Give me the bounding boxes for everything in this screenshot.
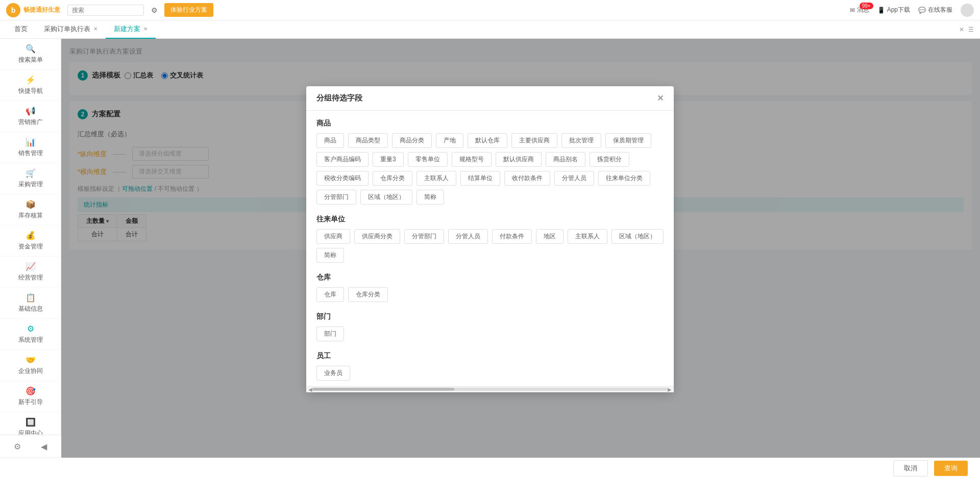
field-tag[interactable]: 产地	[436, 133, 463, 148]
field-select-modal: 分组待选字段 ✕ 商品 商品 商品类型 商品分类 产地 默认仓库 主要供应商 批…	[306, 86, 674, 392]
field-tag[interactable]: 商品分类	[392, 133, 432, 148]
field-tag[interactable]: 结算单位	[460, 171, 500, 186]
hscroll-thumb	[312, 388, 454, 391]
confirm-button[interactable]: 查询	[934, 461, 968, 476]
section-dept: 部门 部门	[316, 312, 664, 341]
section-warehouse: 仓库 仓库 仓库分类	[316, 273, 664, 302]
field-tag[interactable]: 商品	[316, 133, 344, 148]
section-product: 商品 商品 商品类型 商品分类 产地 默认仓库 主要供应商 批次管理 保质期管理…	[316, 119, 664, 205]
field-tag[interactable]: 重量3	[373, 152, 404, 167]
field-tag[interactable]: 仓库分类	[348, 287, 388, 302]
modal-body: 商品 商品 商品类型 商品分类 产地 默认仓库 主要供应商 批次管理 保质期管理…	[306, 111, 674, 386]
hscroll-right[interactable]: ▶	[668, 387, 672, 392]
bottom-bar: 取消 查询	[0, 458, 980, 478]
modal-close-button[interactable]: ✕	[657, 93, 664, 103]
field-tag[interactable]: 保质期管理	[605, 133, 651, 148]
section-product-tags: 商品 商品类型 商品分类 产地 默认仓库 主要供应商 批次管理 保质期管理 客户…	[316, 133, 664, 205]
field-tag[interactable]: 供应商分类	[354, 229, 400, 244]
cancel-button[interactable]: 取消	[893, 460, 928, 476]
field-tag[interactable]: 业务员	[316, 366, 350, 381]
section-warehouse-title: 仓库	[316, 273, 664, 282]
field-tag[interactable]: 默认仓库	[468, 133, 507, 148]
field-tag[interactable]: 客户商品编码	[316, 152, 369, 167]
field-tag[interactable]: 分管人员	[448, 229, 488, 244]
field-tag[interactable]: 默认供应商	[496, 152, 542, 167]
field-tag[interactable]: 分管部门	[404, 229, 444, 244]
field-tag[interactable]: 供应商	[316, 229, 350, 244]
field-tag[interactable]: 商品类型	[348, 133, 388, 148]
field-tag[interactable]: 主联系人	[568, 229, 607, 244]
field-tag[interactable]: 部门	[316, 326, 344, 341]
field-tag[interactable]: 零售单位	[408, 152, 448, 167]
section-partner-title: 往来单位	[316, 215, 664, 224]
field-tag[interactable]: 简称	[316, 248, 344, 263]
field-tag[interactable]: 区域（地区）	[611, 229, 664, 244]
modal-horizontal-scrollbar[interactable]: ◀ ▶	[306, 386, 674, 392]
field-tag[interactable]: 往来单位分类	[598, 171, 650, 186]
field-tag[interactable]: 规格型号	[452, 152, 492, 167]
section-partner-tags: 供应商 供应商分类 分管部门 分管人员 付款条件 地区 主联系人 区域（地区） …	[316, 229, 664, 263]
section-employee: 员工 业务员	[316, 351, 664, 381]
field-tag[interactable]: 仓库分类	[373, 171, 412, 186]
section-dept-tags: 部门	[316, 326, 664, 341]
field-tag[interactable]: 分管人员	[554, 171, 594, 186]
section-employee-title: 员工	[316, 351, 664, 361]
field-tag[interactable]: 地区	[536, 229, 564, 244]
field-tag[interactable]: 主联系人	[416, 171, 456, 186]
field-tag[interactable]: 仓库	[316, 287, 344, 302]
modal-overlay: 分组待选字段 ✕ 商品 商品 商品类型 商品分类 产地 默认仓库 主要供应商 批…	[0, 0, 980, 478]
field-tag[interactable]: 主要供应商	[511, 133, 557, 148]
section-product-title: 商品	[316, 119, 664, 128]
field-tag[interactable]: 简称	[416, 190, 444, 205]
section-partner: 往来单位 供应商 供应商分类 分管部门 分管人员 付款条件 地区 主联系人 区域…	[316, 215, 664, 263]
field-tag[interactable]: 区域（地区）	[360, 190, 412, 205]
field-tag[interactable]: 拣货积分	[590, 152, 629, 167]
field-tag[interactable]: 付款条件	[492, 229, 532, 244]
section-dept-title: 部门	[316, 312, 664, 321]
modal-header: 分组待选字段 ✕	[306, 86, 674, 111]
field-tag[interactable]: 税收分类编码	[316, 171, 369, 186]
field-tag[interactable]: 商品别名	[546, 152, 585, 167]
hscroll-track	[312, 388, 668, 391]
modal-title: 分组待选字段	[316, 93, 362, 103]
hscroll-left[interactable]: ◀	[308, 387, 312, 392]
field-tag[interactable]: 分管部门	[316, 190, 356, 205]
section-employee-tags: 业务员	[316, 366, 664, 381]
field-tag[interactable]: 批次管理	[561, 133, 601, 148]
section-warehouse-tags: 仓库 仓库分类	[316, 287, 664, 302]
field-tag[interactable]: 收付款条件	[504, 171, 550, 186]
